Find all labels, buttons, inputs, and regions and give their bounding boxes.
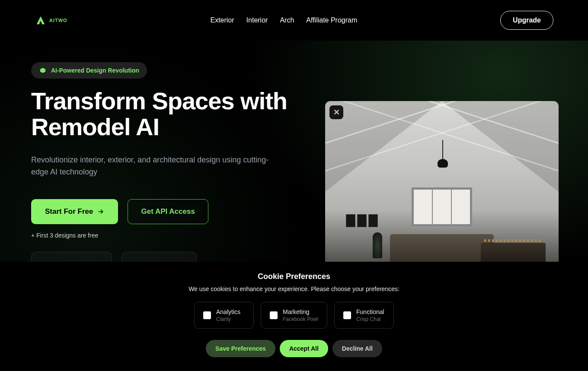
- frames-decoration: [346, 214, 378, 227]
- nav-interior[interactable]: Interior: [246, 16, 268, 24]
- save-preferences-button[interactable]: Save Preferences: [206, 340, 275, 357]
- cookie-option-title: Analytics: [216, 308, 240, 315]
- hero-badge-text: AI-Powered Design Revolution: [51, 67, 139, 74]
- cta-row: Start For Free Get API Access: [31, 199, 308, 224]
- roof-decoration: [442, 101, 559, 192]
- logo-text: AITWO: [49, 18, 67, 23]
- lamp-decoration: [438, 159, 448, 168]
- accept-all-button[interactable]: Accept All: [280, 340, 328, 357]
- free-designs-note: + First 3 designs are free: [31, 232, 308, 239]
- hero-badge: AI-Powered Design Revolution: [31, 62, 147, 79]
- main-nav: Exterior Interior Arch Affiliate Program: [210, 16, 357, 24]
- cookie-option-sub: Clarity: [216, 316, 240, 322]
- sparkle-icon: [39, 67, 47, 74]
- logo[interactable]: AITWO: [35, 14, 67, 26]
- nav-affiliate[interactable]: Affiliate Program: [306, 16, 357, 24]
- cookie-option-title: Marketing: [283, 308, 318, 315]
- cookie-title: Cookie Preferences: [0, 272, 588, 281]
- header: AITWO Exterior Interior Arch Affiliate P…: [0, 0, 588, 41]
- cookie-option-title: Functional: [356, 308, 384, 315]
- window-decoration: [412, 187, 472, 226]
- checkbox-marketing[interactable]: [270, 311, 278, 319]
- hero-subtitle: Revolutionize interior, exterior, and ar…: [31, 154, 273, 178]
- api-access-button[interactable]: Get API Access: [128, 199, 208, 224]
- cookie-description: We use cookies to enhance your experienc…: [0, 285, 588, 292]
- arrow-right-icon: [97, 208, 104, 215]
- cookie-actions: Save Preferences Accept All Decline All: [0, 340, 588, 357]
- plant-decoration: [373, 232, 382, 258]
- cookie-option-marketing: Marketing Facebook Pixel: [261, 302, 327, 329]
- design-preview-image[interactable]: ✕: [325, 101, 559, 282]
- cookie-option-analytics: Analytics Clarity: [194, 302, 254, 329]
- logo-icon: [35, 14, 47, 26]
- hero-title: Transform Spaces with Remodel AI: [31, 88, 308, 140]
- cookie-option-functional: Functional Crisp Chat: [334, 302, 394, 329]
- cookie-option-sub: Facebook Pixel: [283, 316, 318, 322]
- cookie-options: Analytics Clarity Marketing Facebook Pix…: [0, 302, 588, 329]
- start-free-label: Start For Free: [45, 207, 93, 216]
- decline-all-button[interactable]: Decline All: [332, 340, 382, 357]
- nav-exterior[interactable]: Exterior: [210, 16, 234, 24]
- hero-content: AI-Powered Design Revolution Transform S…: [31, 62, 308, 290]
- checkbox-analytics[interactable]: [203, 311, 211, 319]
- cookie-option-sub: Crisp Chat: [356, 316, 384, 322]
- checkbox-functional[interactable]: [343, 311, 351, 319]
- start-free-button[interactable]: Start For Free: [31, 199, 118, 224]
- nav-arch[interactable]: Arch: [280, 16, 294, 24]
- cookie-banner: Cookie Preferences We use cookies to enh…: [0, 262, 588, 371]
- upgrade-button[interactable]: Upgrade: [500, 11, 553, 30]
- hero-section: AI-Powered Design Revolution Transform S…: [0, 41, 588, 290]
